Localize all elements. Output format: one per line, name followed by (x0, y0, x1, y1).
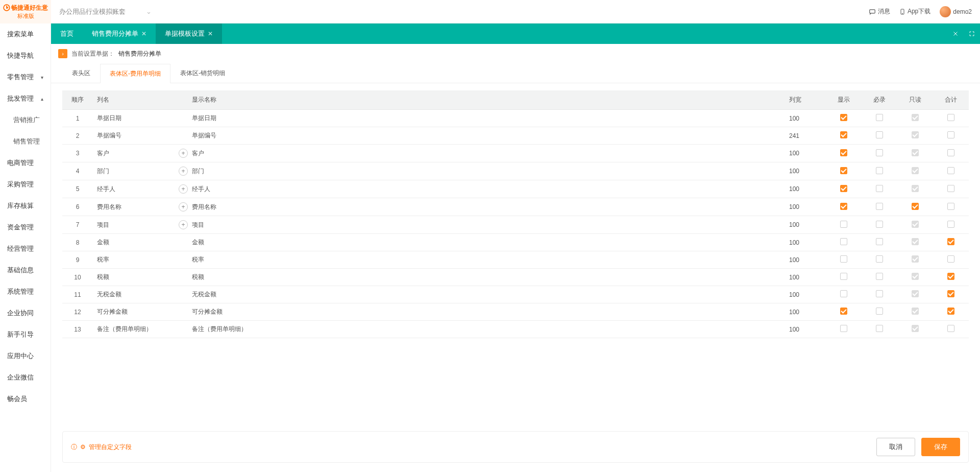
sidebar-item[interactable]: 采购管理 (0, 174, 51, 195)
checkbox[interactable] (876, 167, 883, 174)
tab-close-icon[interactable]: ✕ (208, 30, 213, 37)
expand-button[interactable]: + (179, 220, 188, 229)
checkbox[interactable] (876, 131, 883, 138)
cell-width[interactable]: 100 (785, 303, 826, 321)
cell-display[interactable]: 备注（费用单明细） (188, 321, 785, 338)
cell-width[interactable]: 100 (785, 162, 826, 180)
checkbox[interactable] (876, 114, 883, 121)
checkbox[interactable] (947, 131, 954, 138)
user-menu[interactable]: demo2 (940, 6, 972, 17)
tab-close-icon[interactable]: ✕ (141, 30, 146, 37)
checkbox[interactable] (840, 325, 847, 332)
sidebar-item[interactable]: 畅会员 (0, 388, 51, 410)
checkbox[interactable] (876, 308, 883, 315)
sidebar-item[interactable]: 批发管理▴ (0, 88, 51, 109)
app-download-button[interactable]: App下载 (899, 7, 930, 16)
checkbox[interactable] (840, 203, 847, 210)
checkbox[interactable] (840, 255, 847, 263)
cell-display[interactable]: 客户 (188, 145, 785, 162)
sidebar-item[interactable]: 零售管理▾ (0, 66, 51, 88)
cancel-button[interactable]: 取消 (876, 438, 915, 456)
checkbox[interactable] (876, 325, 883, 332)
cell-width[interactable]: 100 (785, 321, 826, 338)
checkbox[interactable] (840, 290, 847, 297)
checkbox[interactable] (840, 149, 847, 156)
cell-display[interactable]: 无税金额 (188, 286, 785, 303)
manage-custom-fields-link[interactable]: ⓘ ⚙ 管理自定义字段 (71, 443, 132, 452)
cell-width[interactable]: 100 (785, 110, 826, 127)
sidebar-item[interactable]: 经营管理 (0, 238, 51, 259)
tab[interactable]: 销售费用分摊单✕ (83, 23, 156, 44)
checkbox[interactable] (840, 221, 847, 228)
cell-display[interactable]: 金额 (188, 234, 785, 251)
tab[interactable]: 单据模板设置✕ (156, 23, 222, 44)
checkbox[interactable] (840, 238, 847, 245)
cell-display[interactable]: 费用名称 (188, 198, 785, 216)
checkbox[interactable] (876, 273, 883, 280)
sidebar-item[interactable]: 搜索菜单 (0, 23, 51, 45)
workspace-selector[interactable]: 办公用品行业模拟账套 ⌄ (59, 7, 152, 16)
checkbox[interactable] (876, 290, 883, 297)
cell-display[interactable]: 单据日期 (188, 110, 785, 127)
cell-width[interactable]: 100 (785, 251, 826, 269)
sidebar-item[interactable]: 系统管理 (0, 281, 51, 302)
save-button[interactable]: 保存 (921, 438, 960, 456)
cell-width[interactable]: 100 (785, 234, 826, 251)
cell-width[interactable]: 100 (785, 216, 826, 234)
section-tab[interactable]: 表体区-费用单明细 (100, 64, 170, 83)
checkbox[interactable] (947, 255, 954, 263)
checkbox[interactable] (947, 325, 954, 332)
sidebar-item[interactable]: 企业微信 (0, 367, 51, 388)
checkbox[interactable] (876, 238, 883, 245)
sidebar-item[interactable]: 库存核算 (0, 195, 51, 217)
checkbox[interactable] (876, 185, 883, 192)
cell-width[interactable]: 100 (785, 180, 826, 198)
checkbox[interactable] (947, 308, 954, 315)
fullscreen-button[interactable] (964, 31, 980, 37)
checkbox[interactable] (840, 273, 847, 280)
cell-width[interactable]: 100 (785, 286, 826, 303)
close-all-tabs-button[interactable] (947, 31, 964, 37)
checkbox[interactable] (947, 221, 954, 228)
sidebar-item[interactable]: 销售管理 (0, 131, 51, 152)
checkbox[interactable] (876, 255, 883, 263)
expand-button[interactable]: + (179, 167, 188, 176)
checkbox[interactable] (840, 167, 847, 174)
sidebar-item[interactable]: 新手引导 (0, 324, 51, 345)
cell-width[interactable]: 100 (785, 198, 826, 216)
cell-width[interactable]: 100 (785, 269, 826, 286)
expand-button[interactable]: + (179, 184, 188, 194)
section-tab[interactable]: 表体区-销货明细 (170, 63, 235, 83)
sidebar-item[interactable]: 快捷导航 (0, 45, 51, 66)
checkbox[interactable] (947, 167, 954, 174)
cell-display[interactable]: 项目 (188, 216, 785, 234)
sidebar-item[interactable]: 电商管理 (0, 152, 51, 174)
checkbox[interactable] (876, 149, 883, 156)
checkbox[interactable] (840, 114, 847, 121)
tab[interactable]: 首页 (51, 23, 83, 44)
checkbox[interactable] (947, 203, 954, 210)
checkbox[interactable] (947, 238, 954, 245)
checkbox[interactable] (947, 149, 954, 156)
cell-display[interactable]: 可分摊金额 (188, 303, 785, 321)
sidebar-item[interactable]: 基础信息 (0, 259, 51, 281)
cell-display[interactable]: 单据编号 (188, 127, 785, 145)
sidebar-item[interactable]: 资金管理 (0, 217, 51, 238)
checkbox[interactable] (947, 114, 954, 121)
cell-display[interactable]: 部门 (188, 162, 785, 180)
cell-display[interactable]: 经手人 (188, 180, 785, 198)
cell-width[interactable]: 100 (785, 145, 826, 162)
checkbox[interactable] (876, 221, 883, 228)
cell-display[interactable]: 税额 (188, 269, 785, 286)
checkbox[interactable] (947, 185, 954, 192)
expand-button[interactable]: + (179, 202, 188, 211)
checkbox[interactable] (912, 203, 919, 210)
cell-display[interactable]: 税率 (188, 251, 785, 269)
messages-button[interactable]: 消息 (869, 7, 890, 16)
checkbox[interactable] (876, 203, 883, 210)
expand-button[interactable]: + (179, 149, 188, 158)
sidebar-item[interactable]: 企业协同 (0, 302, 51, 324)
checkbox[interactable] (840, 131, 847, 138)
checkbox[interactable] (947, 273, 954, 280)
section-tab[interactable]: 表头区 (62, 63, 100, 83)
